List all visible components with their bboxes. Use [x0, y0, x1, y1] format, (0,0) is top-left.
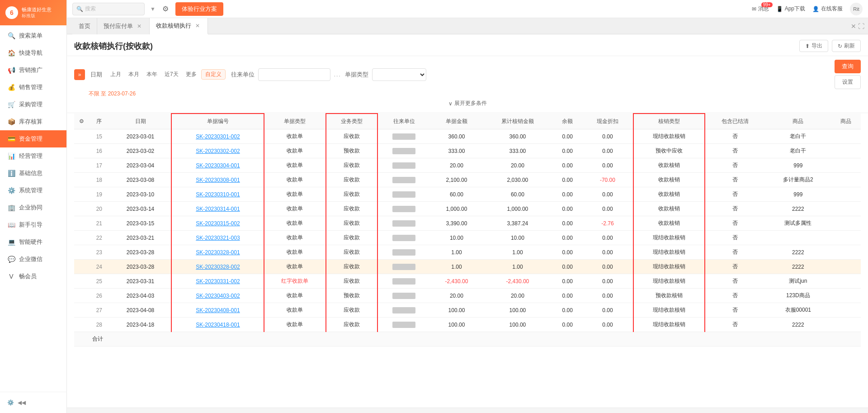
row-select: [74, 216, 89, 231]
row-doc-no[interactable]: SK-20230301-002: [171, 129, 264, 144]
sidebar-item-basic[interactable]: ℹ️ 基础信息: [0, 165, 66, 182]
row-amount: 360.00: [430, 129, 482, 144]
row-amount: 60.00: [430, 187, 482, 202]
tab-prepay[interactable]: 预付应付单 ✕: [97, 18, 150, 34]
row-amount: 1,000.00: [430, 202, 482, 216]
row-discount: -2.76: [582, 216, 633, 231]
row-has-settled: 否: [705, 129, 765, 144]
table-header-row: ⚙ 序 日期 单据编号 单据类型 业务类型 往来单位 单据金额 累计核销金额 余…: [74, 114, 861, 129]
row-doc-no[interactable]: SK-20230308-001: [171, 173, 264, 187]
sidebar-item-inventory[interactable]: 📦 库存核算: [0, 113, 66, 130]
row-doc-no[interactable]: SK-20230310-001: [171, 187, 264, 202]
export-btn[interactable]: ⬆ 导出: [799, 40, 828, 52]
sidebar-item-member[interactable]: V 畅会员: [0, 268, 66, 285]
sidebar-item-hardware[interactable]: 💻 智能硬件: [0, 233, 66, 251]
gear-button[interactable]: ⚙: [159, 3, 172, 15]
online-service-btn[interactable]: 👤 在线客服: [812, 5, 843, 13]
sidebar-item-operations[interactable]: 📊 经营管理: [0, 147, 66, 165]
row-goods2: [831, 216, 861, 231]
content-area: 收款核销执行(按收款) ⬆ 导出 ↻ 刷新 » 日期 上月 本月: [67, 34, 868, 413]
row-goods: [765, 231, 831, 245]
sidebar-item-purchase[interactable]: 🛒 采购管理: [0, 96, 66, 113]
sidebar-item-guide[interactable]: 📖 新手引导: [0, 216, 66, 233]
operations-icon: 📊: [7, 152, 15, 160]
row-amount: 100.00: [430, 318, 482, 332]
row-doc-no[interactable]: SK-20230328-001: [171, 245, 264, 260]
doc-type-select[interactable]: [372, 68, 426, 81]
sidebar-bottom: ⚙️ ◀◀: [0, 392, 66, 413]
row-doc-no[interactable]: SK-20230418-001: [171, 318, 264, 332]
date-this-month[interactable]: 本月: [126, 69, 142, 80]
table-row: 222023-03-21SK-20230321-003收款单应收款██████1…: [74, 231, 861, 245]
setting-btn[interactable]: 设置: [835, 75, 861, 89]
row-amount: -2,430.00: [430, 274, 482, 289]
date-last-7days[interactable]: 近7天: [162, 69, 181, 80]
row-balance: 0.00: [552, 231, 582, 245]
row-partner: ██████: [377, 158, 431, 173]
corp-icon: 🏢: [7, 204, 15, 211]
sidebar-item-wechat[interactable]: 💬 企业微信: [0, 251, 66, 268]
tab-expand-icon[interactable]: ⛶: [858, 23, 864, 30]
content-header: 收款核销执行(按收款) ⬆ 导出 ↻ 刷新: [67, 34, 868, 56]
row-select: [74, 187, 89, 202]
sidebar-settings-btn[interactable]: ⚙️ ◀◀: [0, 396, 66, 409]
date-custom-btn[interactable]: 自定义: [201, 69, 226, 80]
expand-more-btn[interactable]: ∨ 展开更多条件: [448, 100, 487, 107]
row-doc-no[interactable]: SK-20230314-001: [171, 202, 264, 216]
page-title: 收款核销执行(按收款): [74, 41, 153, 52]
partner-label: 往来单位: [231, 71, 255, 79]
sidebar-menu: 🔍 搜索菜单 🏠 快捷导航 📢 营销推广 💰 销售管理 🛒 采购管理 📦 库存核…: [0, 25, 66, 392]
bottom-scrollbar[interactable]: [67, 408, 868, 413]
table-row: 192023-03-10SK-20230310-001收款单应收款██████6…: [74, 187, 861, 202]
row-no: 27: [89, 303, 110, 318]
row-cancel-type: 现结收款核销: [633, 129, 705, 144]
date-this-year[interactable]: 本年: [144, 69, 160, 80]
row-doc-no[interactable]: SK-20230304-001: [171, 158, 264, 173]
row-goods: 2222: [765, 318, 831, 332]
row-doc-no[interactable]: SK-20230403-002: [171, 289, 264, 303]
row-doc-no[interactable]: SK-20230302-002: [171, 144, 264, 158]
industry-btn[interactable]: 体验行业方案: [175, 2, 223, 16]
row-date: 2023-03-21: [110, 231, 172, 245]
tab-close-prepay[interactable]: ✕: [136, 23, 143, 30]
th-gear[interactable]: ⚙: [74, 114, 89, 129]
row-date: 2023-04-08: [110, 303, 172, 318]
sidebar-item-system[interactable]: ⚙️ 系统管理: [0, 182, 66, 199]
query-btn[interactable]: 查询: [835, 60, 861, 73]
tab-collection[interactable]: 收款核销执行 ✕: [150, 18, 208, 34]
sidebar-item-sales[interactable]: 💰 销售管理: [0, 79, 66, 96]
sidebar-item-search[interactable]: 🔍 搜索菜单: [0, 27, 66, 44]
sidebar-item-marketing[interactable]: 📢 营销推广: [0, 62, 66, 79]
row-select: [74, 231, 89, 245]
message-btn[interactable]: ✉ 消息 99+: [752, 5, 769, 13]
sidebar: 6 畅康道好生意 标推版 🔍 搜索菜单 🏠 快捷导航 📢 营销推广 💰 销售管理…: [0, 0, 67, 413]
topbar-search[interactable]: 🔍 搜索: [72, 3, 145, 15]
row-doc-no[interactable]: SK-20230408-001: [171, 303, 264, 318]
filter-expand-btn[interactable]: »: [74, 69, 85, 80]
tab-home[interactable]: 首页: [72, 18, 97, 34]
sidebar-item-corp[interactable]: 🏢 企业协同: [0, 199, 66, 216]
message-icon: ✉: [752, 6, 756, 12]
tab-close-icon[interactable]: ✕: [851, 23, 856, 30]
row-biz-type: 应收款: [326, 129, 377, 144]
refresh-btn[interactable]: ↻ 刷新: [832, 40, 861, 52]
search-icon: 🔍: [76, 6, 83, 12]
dropdown-arrow[interactable]: ▼: [150, 6, 156, 12]
app-download-btn[interactable]: 📱 App下载: [776, 5, 805, 13]
row-doc-no[interactable]: SK-20230331-002: [171, 274, 264, 289]
sidebar-item-finance[interactable]: 💳 资金管理: [0, 130, 66, 147]
row-cancel-type: 现结收款核销: [633, 231, 705, 245]
row-no: 19: [89, 187, 110, 202]
user-avatar[interactable]: Rit: [850, 3, 863, 15]
date-last-month[interactable]: 上月: [108, 69, 124, 80]
tab-close-collection[interactable]: ✕: [194, 22, 201, 29]
row-verified: 1.00: [483, 245, 553, 260]
row-cancel-type: 收款核销: [633, 216, 705, 231]
row-doc-no[interactable]: SK-20230328-002: [171, 260, 264, 274]
row-goods: 测试jun: [765, 274, 831, 289]
row-doc-no[interactable]: SK-20230321-003: [171, 231, 264, 245]
sidebar-item-quick[interactable]: 🏠 快捷导航: [0, 44, 66, 62]
row-doc-no[interactable]: SK-20230315-002: [171, 216, 264, 231]
date-more[interactable]: 更多: [183, 69, 199, 80]
partner-input[interactable]: [258, 68, 330, 81]
